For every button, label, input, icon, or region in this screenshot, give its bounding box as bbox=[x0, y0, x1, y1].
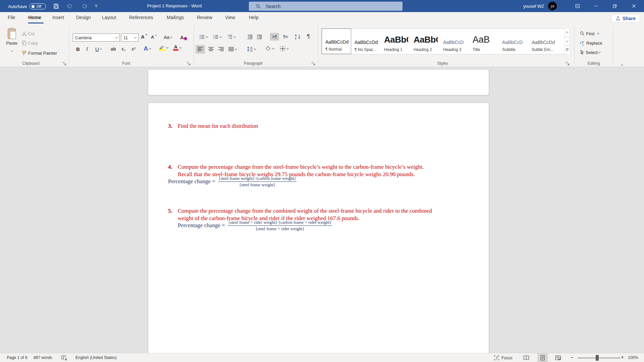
underline-button[interactable]: U bbox=[95, 46, 102, 52]
zoom-level[interactable]: 100% bbox=[628, 355, 638, 360]
save-button[interactable] bbox=[51, 2, 61, 10]
increase-indent-button[interactable] bbox=[256, 34, 263, 40]
borders-button[interactable] bbox=[280, 46, 288, 52]
document-page-1-bottom[interactable] bbox=[148, 70, 489, 95]
font-size-combobox[interactable]: 11 bbox=[121, 34, 139, 42]
redo-button[interactable] bbox=[80, 2, 90, 10]
align-right-icon bbox=[218, 47, 224, 52]
tab-design[interactable]: Design bbox=[76, 15, 91, 20]
question-3-text: Find the mean for each distribution bbox=[178, 122, 482, 130]
zoom-in-button[interactable]: + bbox=[621, 354, 624, 360]
clipboard-dialog-launcher[interactable] bbox=[62, 61, 67, 66]
chevron-up-icon bbox=[566, 31, 568, 34]
collapse-ribbon-button[interactable] bbox=[621, 62, 623, 68]
style-subtitle[interactable]: AaBbCcD Subtitle bbox=[499, 29, 528, 54]
zoom-out-button[interactable]: − bbox=[570, 355, 573, 361]
replace-button[interactable]: bc Replace bbox=[580, 40, 602, 46]
share-button[interactable]: Share bbox=[611, 14, 640, 22]
find-button[interactable]: Find bbox=[580, 31, 599, 36]
styles-dialog-launcher[interactable] bbox=[566, 61, 570, 66]
sort-button[interactable]: AZ bbox=[294, 34, 301, 40]
tab-help[interactable]: Help bbox=[249, 15, 259, 20]
style-subtle-emphasis[interactable]: AaBbCcDd Subtle Em... bbox=[528, 29, 558, 54]
superscript-button[interactable]: x² bbox=[131, 46, 136, 52]
tab-mailings[interactable]: Mailings bbox=[167, 15, 184, 20]
language-indicator[interactable]: English (United States) bbox=[75, 355, 117, 360]
text-effects-button[interactable]: A bbox=[144, 45, 151, 52]
paragraph-dialog-launcher[interactable] bbox=[311, 61, 316, 66]
word-count[interactable]: 867 words bbox=[34, 355, 52, 360]
styles-scroll-up-button[interactable] bbox=[564, 28, 570, 37]
style-heading-3[interactable]: AaBbCcD Heading 3 bbox=[440, 29, 469, 54]
grow-font-button[interactable]: A bbox=[141, 35, 147, 39]
font-color-button[interactable]: A bbox=[173, 45, 181, 51]
group-separator bbox=[613, 25, 613, 64]
tab-layout[interactable]: Layout bbox=[102, 15, 116, 20]
read-mode-button[interactable] bbox=[521, 353, 532, 362]
font-dialog-launcher[interactable] bbox=[186, 61, 191, 66]
justify-button[interactable] bbox=[228, 47, 237, 52]
align-left-button[interactable] bbox=[196, 45, 205, 54]
print-layout-button[interactable] bbox=[537, 353, 548, 362]
shading-button[interactable] bbox=[265, 46, 274, 52]
minimize-button[interactable] bbox=[589, 0, 603, 12]
multilevel-list-button[interactable] bbox=[227, 34, 235, 40]
bullet-list-button[interactable] bbox=[199, 34, 208, 40]
style-heading-1[interactable]: AaBbCcDd Heading 1 bbox=[381, 29, 410, 54]
format-painter-button[interactable]: Format Painter bbox=[21, 50, 57, 56]
autosave-control[interactable]: AutoSave Off bbox=[8, 3, 46, 9]
bold-button[interactable]: B bbox=[76, 46, 80, 52]
web-layout-button[interactable] bbox=[553, 353, 564, 362]
left-to-right-text-direction-button[interactable]: >¶ bbox=[270, 33, 279, 41]
shrink-font-button[interactable]: A bbox=[151, 35, 157, 40]
tab-view[interactable]: View bbox=[225, 15, 235, 20]
tab-home[interactable]: Home bbox=[28, 15, 41, 20]
document-page-2[interactable]: 3. Find the mean for each distribution 4… bbox=[148, 103, 489, 358]
scissors-icon bbox=[21, 31, 27, 36]
undo-button[interactable] bbox=[64, 2, 74, 10]
style-heading-2[interactable]: AaBbCcDd Heading 2 bbox=[410, 29, 440, 54]
copy-icon bbox=[21, 40, 27, 46]
subscript-button[interactable]: x₂ bbox=[121, 46, 125, 52]
zoom-slider-handle[interactable] bbox=[596, 355, 599, 361]
styles-more-button[interactable] bbox=[564, 46, 570, 54]
style-no-spacing[interactable]: AaBbCcDd ¶ No Spac... bbox=[351, 29, 381, 54]
numbered-list-button[interactable]: 123 bbox=[213, 34, 221, 40]
italic-button[interactable]: I bbox=[86, 46, 88, 52]
strikethrough-button[interactable]: ab bbox=[111, 46, 116, 52]
show-paragraph-marks-button[interactable]: ¶ bbox=[307, 33, 310, 40]
decrease-indent-button[interactable] bbox=[247, 34, 253, 40]
highlight-color-button[interactable] bbox=[159, 45, 168, 51]
clear-formatting-button[interactable]: A bbox=[180, 35, 187, 40]
tab-file[interactable]: File bbox=[8, 15, 15, 20]
close-button[interactable] bbox=[627, 0, 641, 12]
cut-button[interactable]: Cut bbox=[21, 31, 35, 36]
tab-references[interactable]: References bbox=[129, 15, 153, 20]
document-canvas[interactable]: 3. Find the mean for each distribution 4… bbox=[0, 67, 644, 353]
focus-button[interactable]: Focus bbox=[494, 355, 513, 361]
align-center-button[interactable] bbox=[208, 47, 214, 52]
styles-scroll-down-button[interactable] bbox=[564, 37, 570, 46]
align-right-button[interactable] bbox=[218, 47, 224, 52]
page-indicator[interactable]: Page 1 of 8 bbox=[7, 355, 27, 360]
right-to-left-text-direction-button[interactable]: ¶< bbox=[283, 34, 288, 39]
style-title[interactable]: AaB Title bbox=[469, 29, 499, 54]
autosave-toggle[interactable]: Off bbox=[30, 3, 46, 9]
tab-insert[interactable]: Insert bbox=[52, 15, 64, 20]
change-case-button[interactable]: Aa bbox=[164, 35, 172, 40]
font-family-combobox[interactable]: Cambria bbox=[73, 34, 120, 42]
style-normal[interactable]: AaBbCcDd ¶ Normal bbox=[322, 29, 351, 54]
copy-button[interactable]: Copy bbox=[21, 40, 38, 46]
select-button[interactable]: Select bbox=[580, 50, 600, 55]
paste-button[interactable]: Paste bbox=[4, 28, 19, 53]
avatar[interactable]: yz bbox=[548, 2, 557, 10]
zoom-slider-track[interactable] bbox=[578, 358, 621, 358]
ribbon-display-options-button[interactable] bbox=[570, 0, 585, 12]
restore-button[interactable] bbox=[607, 0, 622, 12]
user-name[interactable]: yousef WZ bbox=[523, 4, 544, 9]
customize-quick-access-toolbar-button[interactable] bbox=[91, 2, 101, 10]
proofing-errors-icon[interactable] bbox=[61, 355, 67, 361]
search-input[interactable]: Search bbox=[249, 2, 402, 11]
line-spacing-button[interactable] bbox=[247, 46, 256, 52]
tab-review[interactable]: Review bbox=[197, 15, 212, 20]
